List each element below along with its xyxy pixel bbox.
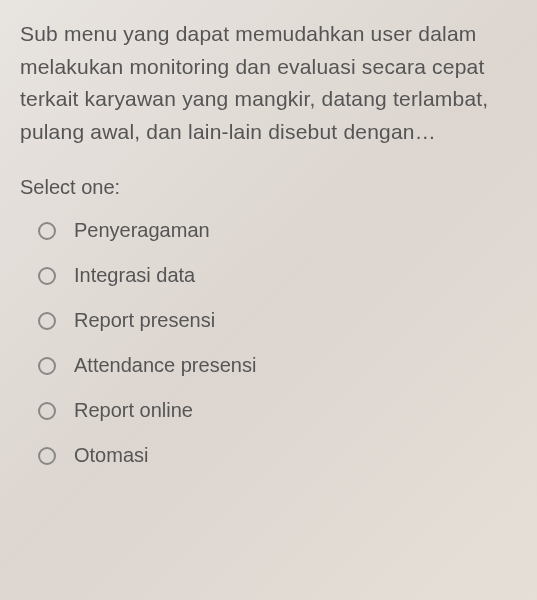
radio-icon xyxy=(38,312,56,330)
question-text: Sub menu yang dapat memudahkan user dala… xyxy=(20,18,517,148)
option-label: Penyeragaman xyxy=(74,219,210,242)
radio-icon xyxy=(38,267,56,285)
option-report-presensi[interactable]: Report presensi xyxy=(38,309,517,332)
option-label: Attendance presensi xyxy=(74,354,256,377)
radio-icon xyxy=(38,357,56,375)
option-label: Report online xyxy=(74,399,193,422)
options-list: Penyeragaman Integrasi data Report prese… xyxy=(20,219,517,467)
radio-icon xyxy=(38,402,56,420)
option-label: Otomasi xyxy=(74,444,148,467)
select-one-label: Select one: xyxy=(20,176,517,199)
option-otomasi[interactable]: Otomasi xyxy=(38,444,517,467)
radio-icon xyxy=(38,447,56,465)
option-attendance-presensi[interactable]: Attendance presensi xyxy=(38,354,517,377)
option-integrasi-data[interactable]: Integrasi data xyxy=(38,264,517,287)
option-report-online[interactable]: Report online xyxy=(38,399,517,422)
radio-icon xyxy=(38,222,56,240)
option-label: Report presensi xyxy=(74,309,215,332)
option-label: Integrasi data xyxy=(74,264,195,287)
option-penyeragaman[interactable]: Penyeragaman xyxy=(38,219,517,242)
